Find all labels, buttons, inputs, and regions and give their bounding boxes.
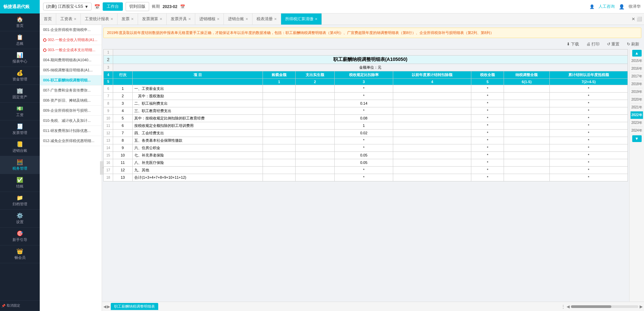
unpin-button[interactable]: 📌 取消固定 [0,301,40,311]
cell-c3[interactable]: * [335,137,393,144]
cell-c3[interactable]: * [335,92,393,100]
cell-seq[interactable]: 13 [113,174,133,181]
tab-payroll-report[interactable]: 工资统计报表 ✕ [81,13,117,25]
cell-c2[interactable] [295,166,334,174]
cell-c6[interactable] [504,151,549,159]
cell-c1[interactable] [263,159,296,166]
cell-c2[interactable] [295,107,334,114]
cell-c2[interactable] [295,129,334,137]
cell-c5[interactable]: * [471,107,504,114]
tab-home[interactable]: 首页 [40,13,56,25]
tab-maximize-icon[interactable]: ⬜ [637,16,642,22]
cell-seq[interactable]: 5 [113,114,133,122]
cell-c2[interactable] [295,151,334,159]
sidebar-item-funds[interactable]: 💰 资金管理 [0,67,40,85]
reset-button[interactable]: ↺ 重置 [605,41,621,48]
cell-c2[interactable] [295,114,334,122]
cell-seq[interactable]: 7 [113,129,133,137]
cell-c5[interactable]: * [471,129,504,137]
support-label[interactable]: 人工咨询 [599,4,615,9]
tab-close-invoice[interactable]: ✕ [131,17,134,21]
cell-c2[interactable] [295,92,334,100]
cell-c5[interactable]: * [471,151,504,159]
tab-close-invoice-calc[interactable]: ✕ [160,17,162,21]
cell-c5[interactable]: * [471,92,504,100]
cell-c5[interactable]: * [471,122,504,129]
cell-c1[interactable] [263,174,296,181]
cell-c1[interactable] [263,144,296,151]
cell-c7[interactable]: * [549,129,628,137]
cell-c1[interactable] [263,151,296,159]
cell-c5[interactable]: * [471,174,504,181]
cell-c3[interactable]: 0.05 [335,151,393,159]
cell-c4[interactable] [393,144,471,151]
sidebar-item-guide[interactable]: 🎯 新手引导 [0,228,40,245]
sidebar-item-vip[interactable]: 👑 畅会员 [0,245,40,263]
cell-c3[interactable]: 0.08 [335,114,393,122]
refresh-button[interactable]: ↻ 刷新 [625,41,641,48]
tab-purchase-audit[interactable]: 进销稽核 ✕ [195,13,224,25]
list-item-007[interactable]: 007-广告费和业务宣传费弥... [40,85,102,96]
cell-c4[interactable] [393,159,471,166]
cell-c4[interactable] [393,174,471,181]
tab-invoice-calc[interactable]: 发票测算 ✕ [138,13,167,25]
cell-c2[interactable] [295,144,334,151]
sidebar-item-settings[interactable]: ⚙️ 设置 [0,210,40,228]
bottom-nav-right[interactable]: ▶ [107,304,110,309]
cell-c7[interactable]: * [549,144,628,151]
cell-c2[interactable] [295,100,334,107]
sidebar-item-tax[interactable]: 🧮 税务管理 [0,156,40,174]
bottom-nav-left[interactable]: ◀ [103,304,106,309]
list-item-001[interactable]: 001-企业所得税年度纳税申... [40,25,102,35]
cell-c2[interactable] [295,137,334,144]
cell-c7[interactable]: * [549,151,628,159]
year-item[interactable]: 2016年 [631,65,643,73]
bottom-tab-sheet[interactable]: 职工薪酬纳税调整明细表 [111,303,158,310]
cell-c4[interactable] [393,129,471,137]
cell-seq[interactable]: 1 [113,85,133,92]
print-button[interactable]: 🖨 打印 [584,41,602,48]
scroll-left-icon[interactable]: ◀ [567,304,570,309]
year-item[interactable]: 2015年 [631,57,643,65]
cell-c2[interactable] [295,174,334,181]
list-item-006[interactable]: 006-职工薪酬纳税调整明细... [40,75,102,85]
year-item[interactable]: 2022年 [631,111,643,119]
tab-purchase-ledger[interactable]: 进销台账 ✕ [224,13,252,25]
cell-c4[interactable] [393,100,471,107]
cell-c3[interactable]: * [335,166,393,174]
cell-c6[interactable] [504,114,549,122]
list-item-010[interactable]: 010-免税、减计收入及加计... [40,116,102,126]
tab-close-invoice-issue[interactable]: ✕ [188,17,191,21]
year-nav-down[interactable]: ▼ [632,135,642,142]
tab-close-tax-register[interactable]: ✕ [274,17,277,21]
cell-c4[interactable] [393,166,471,174]
cell-c3[interactable]: 0.02 [335,129,393,137]
cell-c4[interactable] [393,92,471,100]
sidebar-item-purchase-sale[interactable]: 📒 进销台账 [0,138,40,156]
cell-c1[interactable] [263,85,296,92]
download-button[interactable]: ⬇ 下载 [565,41,581,48]
list-item-002[interactable]: 002-一般企业收入明细表(A1... [40,35,102,45]
cell-c6[interactable] [504,129,549,137]
cell-c7[interactable]: * [549,114,628,122]
sidebar-item-close-account[interactable]: ✅ 结账 [0,174,40,192]
cell-seq[interactable]: 9 [113,144,133,151]
cell-c5[interactable]: * [471,144,504,151]
cell-c6[interactable] [504,137,549,144]
tab-invoice-issue[interactable]: 发票开具 ✕ [167,13,195,25]
cell-seq[interactable]: 6 [113,122,133,129]
cell-c7[interactable]: * [549,122,628,129]
list-item-004[interactable]: 004-期间费用明细表(A1040... [40,55,102,65]
cell-c3[interactable]: 1 [335,122,393,129]
year-item[interactable]: 2020年 [631,96,643,104]
tab-close-all-icon[interactable]: ✕ [632,16,635,22]
tab-invoice[interactable]: 发票 ✕ [117,13,138,25]
cell-c3[interactable]: * [335,107,393,114]
cell-c1[interactable] [263,92,296,100]
cell-c2[interactable] [295,159,334,166]
cell-seq[interactable]: 4 [113,107,133,114]
cell-seq[interactable]: 10 [113,151,133,159]
sidebar-item-payroll[interactable]: 💵 工资 [0,103,40,120]
cell-c5[interactable]: * [471,166,504,174]
year-item[interactable]: 2019年 [631,88,643,96]
